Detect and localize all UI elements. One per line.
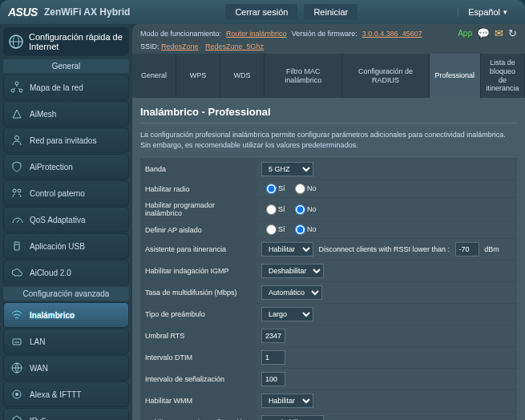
enable-radio-no[interactable]: [295, 184, 305, 194]
sidebar-item-guest[interactable]: Red para invitados: [3, 127, 129, 153]
preamble-label: Tipo de preámbulo: [140, 304, 256, 325]
lan-icon: [9, 333, 25, 349]
power-icon[interactable]: ↻: [508, 27, 517, 39]
rts-label: Umbral RTS: [140, 325, 256, 347]
quick-setup[interactable]: Configuración rápida de Internet: [3, 27, 129, 56]
tabs: General WPS WDS Filtro MAC inalámbrico C…: [132, 54, 525, 98]
roaming-select[interactable]: Habilitar: [261, 242, 313, 256]
ssid-label: SSID:: [140, 42, 160, 50]
logout-button[interactable]: Cerrar sesión: [225, 4, 297, 20]
rssi-text: Disconnect clients with RSSI lower than …: [319, 245, 450, 253]
isolated-group: Sí No: [256, 221, 517, 239]
header: ASUS ZenWiFi AX Hybrid Cerrar sesión Rei…: [0, 0, 525, 24]
beacon-input[interactable]: [261, 372, 285, 386]
wan-icon: [9, 360, 25, 376]
fw-link[interactable]: 3.0.0.4.386_45607: [362, 30, 422, 38]
enable-radio-label: Habilitar radio: [140, 180, 256, 198]
sidebar-item-aicloud[interactable]: AiCloud 2.0: [3, 260, 129, 285]
mail-icon[interactable]: ✉: [495, 27, 503, 39]
scheduler-group: Sí No: [256, 198, 517, 221]
feedback-icon[interactable]: 💬: [477, 27, 490, 39]
fw-label: Versión de firmware:: [292, 30, 357, 38]
mode-link[interactable]: Router inalámbrico: [226, 30, 287, 38]
sidebar-item-parental[interactable]: Control paterno: [3, 180, 129, 206]
reboot-button[interactable]: Reiniciar: [304, 4, 357, 20]
aimesh-icon: [9, 106, 25, 122]
sidebar-item-alexa[interactable]: Alexa & IFTTT: [3, 382, 129, 407]
ssid1-link[interactable]: RedesZone: [161, 42, 199, 50]
ipv6-icon: [9, 413, 25, 420]
svg-line-9: [17, 220, 19, 223]
language-selector[interactable]: Español: [458, 7, 517, 17]
tab-general[interactable]: General: [132, 54, 176, 98]
ssid-bar: SSID: RedesZone RedesZone_5Ghz: [132, 42, 525, 54]
isolated-yes[interactable]: [266, 224, 277, 235]
igmp-label: Habilitar indagación IGMP: [140, 260, 256, 282]
guest-icon: [9, 132, 25, 148]
tab-wps[interactable]: WPS: [176, 54, 220, 98]
gauge-icon: [9, 212, 25, 228]
network-map-icon: [9, 79, 25, 95]
sidebar-item-network-map[interactable]: Mapa de la red: [3, 75, 129, 100]
wmm-label: Habilitar WMM: [140, 390, 256, 412]
tab-professional[interactable]: Professional: [430, 54, 481, 98]
band-label: Banda: [140, 159, 256, 180]
sidebar-item-lan[interactable]: LAN: [3, 329, 129, 354]
svg-point-3: [15, 82, 18, 85]
voice-icon: [9, 386, 25, 402]
panel-title: Inalámbrico - Professional: [140, 106, 517, 123]
scheduler-no[interactable]: [295, 204, 305, 215]
isolated-no[interactable]: [295, 224, 305, 235]
sidebar: Configuración rápida de Internet General…: [0, 24, 132, 420]
enable-radio-yes[interactable]: [266, 184, 277, 194]
scheduler-yes[interactable]: [266, 204, 277, 215]
rts-input[interactable]: [261, 329, 285, 343]
rssi-unit: dBm: [484, 245, 499, 253]
beacon-label: Intervalo de señalización: [140, 369, 256, 390]
enable-radio-group: Sí No: [256, 180, 517, 198]
section-general: General: [3, 59, 129, 73]
ssid2-link[interactable]: RedesZone_5Ghz: [205, 42, 264, 50]
dtim-input[interactable]: [261, 350, 285, 365]
multicast-select[interactable]: Automático: [261, 285, 322, 300]
info-bar: Modo de funcionamiento: Router inalámbri…: [132, 24, 525, 42]
tab-roaming-block[interactable]: Lista de bloqueo de itinerancia: [481, 54, 525, 98]
wmm-select[interactable]: Habilitar: [261, 394, 313, 408]
sidebar-item-qos[interactable]: QoS Adaptativa: [3, 207, 129, 232]
svg-point-17: [15, 393, 18, 396]
sidebar-item-aiprotection[interactable]: AiProtection: [3, 154, 129, 180]
preamble-select[interactable]: Largo: [261, 307, 313, 321]
parental-icon: [9, 185, 25, 201]
sidebar-item-usb[interactable]: Aplicación USB: [3, 233, 129, 259]
scheduler-label: Habilitar programador inalámbrico: [140, 198, 256, 221]
shield-icon: [9, 159, 25, 175]
panel-desc: La configuración profesional inalámbrica…: [140, 130, 517, 150]
wmm-noack-label: Habilitar WMM sin confirmación: [140, 412, 256, 420]
sidebar-item-wan[interactable]: WAN: [3, 355, 129, 381]
igmp-select[interactable]: Deshabilitar: [261, 264, 324, 278]
brand-logo: ASUS: [8, 6, 38, 18]
multicast-label: Tasa de multidifusión (Mbps): [140, 282, 256, 304]
band-select[interactable]: 5 GHZ: [261, 162, 313, 176]
quick-setup-label: Configuración rápida de Internet: [29, 32, 124, 51]
cloud-icon: [9, 265, 25, 281]
svg-point-7: [13, 189, 16, 192]
wifi-icon: [9, 307, 25, 323]
wmm-noack-select[interactable]: Deshabilitar: [261, 415, 324, 420]
section-advanced: Configuración avanzada: [3, 287, 129, 301]
settings-panel: Inalámbrico - Professional La configurac…: [132, 98, 525, 420]
svg-point-6: [15, 136, 19, 140]
sidebar-item-aimesh[interactable]: AiMesh: [3, 101, 129, 127]
tab-wds[interactable]: WDS: [220, 54, 265, 98]
sidebar-item-ipv6[interactable]: IPv6: [3, 408, 129, 420]
globe-icon: [8, 33, 24, 50]
roaming-label: Asistente para itinerancia: [140, 239, 256, 260]
tab-macfilter[interactable]: Filtro MAC inalámbrico: [265, 54, 342, 98]
model-name: ZenWiFi AX Hybrid: [44, 6, 130, 18]
app-link[interactable]: App: [458, 29, 472, 38]
tab-radius[interactable]: Configuración de RADIUS: [342, 54, 429, 98]
svg-rect-10: [14, 242, 19, 250]
sidebar-item-wireless[interactable]: Inalámbrico: [3, 302, 129, 328]
isolated-label: Definir AP aislado: [140, 221, 256, 239]
rssi-input[interactable]: [455, 242, 479, 256]
